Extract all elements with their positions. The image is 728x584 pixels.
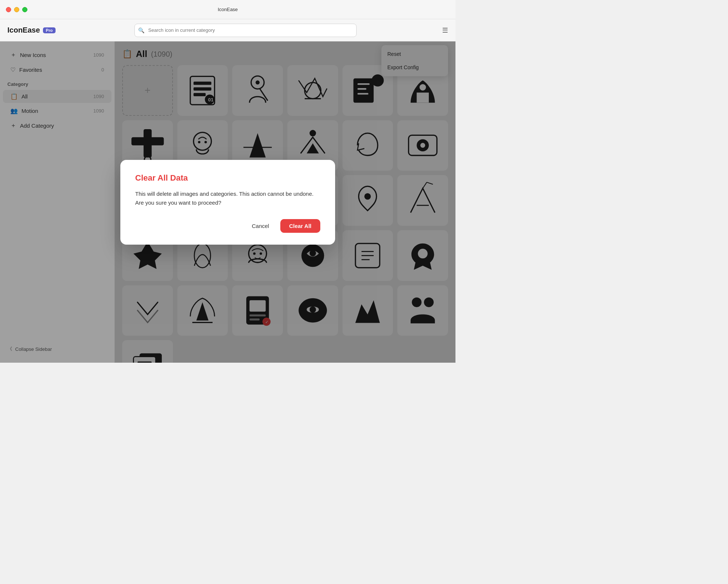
clear-all-button[interactable]: Clear All — [280, 219, 320, 233]
cancel-button[interactable]: Cancel — [246, 220, 275, 232]
menu-button[interactable]: ☰ — [442, 26, 448, 34]
title-bar: IconEase — [0, 0, 455, 19]
app-container: IconEase Pro 🔍 ☰ ＋ New Icons 1090 ♡ Favo… — [0, 19, 455, 363]
search-bar: 🔍 — [134, 24, 357, 37]
main-layout: ＋ New Icons 1090 ♡ Favorites 0 Category … — [0, 41, 455, 363]
modal-overlay: Clear All Data This will delete all imag… — [0, 41, 455, 363]
app-header: IconEase Pro 🔍 ☰ — [0, 19, 455, 41]
modal-title: Clear All Data — [135, 173, 320, 183]
search-icon: 🔍 — [138, 27, 144, 33]
modal-body: This will delete all images and categori… — [135, 189, 320, 207]
modal-dialog: Clear All Data This will delete all imag… — [120, 160, 335, 245]
close-button[interactable] — [6, 7, 11, 12]
fullscreen-button[interactable] — [22, 7, 27, 12]
pro-badge: Pro — [43, 27, 56, 33]
minimize-button[interactable] — [14, 7, 19, 12]
traffic-lights — [6, 7, 27, 12]
search-input[interactable] — [134, 24, 357, 37]
logo-area: IconEase Pro — [7, 26, 89, 34]
window-title: IconEase — [218, 7, 238, 12]
logo-text: IconEase — [7, 26, 40, 34]
modal-actions: Cancel Clear All — [135, 219, 320, 233]
